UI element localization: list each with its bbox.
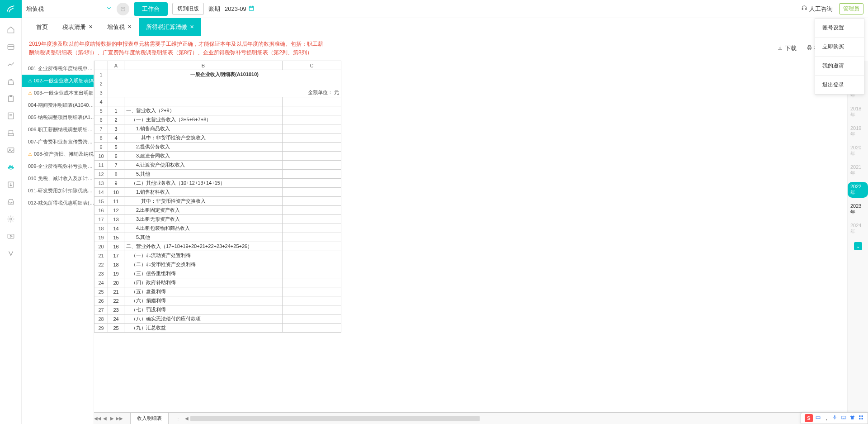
ime-keyboard-icon[interactable] [840, 414, 847, 422]
form-list-item[interactable]: 007-广告费和业务宣传费跨… [22, 136, 94, 148]
form-list-item[interactable]: 011-研发费用加计扣除优惠… [22, 185, 94, 197]
download-button[interactable]: 下载 [777, 44, 797, 52]
period-label: 账期 [208, 5, 220, 13]
close-icon[interactable]: ✕ [127, 24, 132, 30]
export-icon[interactable] [6, 180, 15, 189]
amount-cell[interactable] [283, 206, 341, 215]
form-list-item[interactable]: 009-企业所得税弥补亏损明… [22, 160, 94, 172]
amount-cell[interactable] [283, 242, 341, 251]
amount-cell[interactable] [283, 115, 341, 124]
sheet-tab[interactable]: 收入明细表 [130, 413, 169, 424]
amount-cell[interactable] [283, 233, 341, 242]
module-dropdown[interactable]: 增值税 [26, 5, 112, 13]
sheet-nav-prev[interactable]: ◀ [101, 416, 108, 421]
amount-cell[interactable] [283, 278, 341, 287]
user-menu-item[interactable]: 账号设置 [815, 19, 864, 38]
ime-mic-icon[interactable] [832, 414, 838, 422]
ime-grid-icon[interactable] [858, 414, 864, 422]
image-icon[interactable] [6, 146, 15, 155]
amount-cell[interactable] [283, 124, 341, 133]
spreadsheet[interactable]: ABC1一般企业收入明细表(A101010)2 3金额单位： 元4行次项 目金 … [94, 61, 847, 412]
close-icon[interactable]: ✕ [190, 24, 194, 30]
period-picker[interactable]: 2023-09 [225, 5, 255, 13]
amount-cell[interactable] [283, 161, 341, 170]
ime-toolbar[interactable]: S 中 ， [801, 412, 868, 424]
amount-cell[interactable] [283, 296, 341, 305]
switch-old-button[interactable]: 切到旧版 [172, 3, 204, 15]
video-icon[interactable] [6, 232, 15, 241]
inbox-icon[interactable] [6, 197, 15, 206]
close-icon[interactable]: ✕ [89, 24, 93, 30]
amount-cell[interactable] [283, 179, 341, 188]
bowl-icon[interactable] [6, 163, 15, 172]
app-logo[interactable] [0, 0, 22, 18]
form-list-item[interactable]: ⚠008-资产折旧、摊销及纳税… [22, 148, 94, 160]
year-item[interactable]: 2019年 [848, 124, 868, 139]
user-menu-item[interactable]: 我的邀请 [815, 57, 864, 76]
download-icon [777, 45, 783, 52]
form-list-item[interactable]: 005-纳税调整项目明细表(A1… [22, 111, 94, 124]
amount-cell[interactable] [283, 215, 341, 224]
hscroll-left[interactable]: ◀ [183, 416, 190, 421]
year-item[interactable]: 2020年 [848, 143, 868, 159]
year-more-icon[interactable]: ⌄ [854, 242, 862, 250]
chart-icon[interactable] [6, 60, 15, 69]
card-icon[interactable] [6, 43, 15, 52]
user-menu-item[interactable]: 立即购买 [815, 38, 864, 57]
warning-text: 2019年度涉及取以前年度结转数据的申报表单元格需要手工维护正确，才能保证本年及… [29, 40, 327, 57]
form-list-item[interactable]: 004-期间费用明细表(A1040… [22, 99, 94, 111]
ime-punct[interactable]: ， [824, 414, 829, 422]
sheet-nav-last[interactable]: ▶▶ [116, 416, 123, 421]
year-item[interactable]: 2024年 [848, 221, 868, 237]
tab[interactable]: 所得税汇算清缴✕ [139, 18, 201, 36]
ime-lang[interactable]: 中 [816, 414, 821, 422]
amount-cell[interactable] [283, 152, 341, 161]
consult-button[interactable]: 人工咨询 [801, 5, 833, 13]
year-item[interactable]: 2021年 [848, 162, 868, 178]
amount-cell[interactable] [283, 224, 341, 233]
workspace-button[interactable]: 工作台 [134, 2, 168, 16]
form-icon[interactable] [6, 111, 15, 120]
amount-cell[interactable] [283, 269, 341, 278]
amount-cell[interactable] [283, 170, 341, 179]
form-list-item[interactable]: 006-职工薪酬纳税调整明细… [22, 124, 94, 136]
amount-cell[interactable] [283, 133, 341, 143]
amount-cell[interactable] [283, 197, 341, 206]
top-bar: 增值税 工作台 切到旧版 账期 2023-09 人工咨询 管理员 [22, 0, 868, 18]
year-item[interactable]: 2023年 [848, 201, 868, 217]
amount-cell[interactable] [283, 324, 341, 333]
svg-rect-26 [808, 48, 810, 50]
bag-icon[interactable] [6, 77, 15, 86]
stamp-icon[interactable] [6, 129, 15, 138]
sheet-nav-next[interactable]: ▶ [108, 416, 116, 421]
svg-rect-7 [9, 130, 13, 134]
svg-rect-33 [859, 415, 860, 417]
year-item[interactable]: 2018年 [848, 104, 868, 120]
amount-cell[interactable] [283, 143, 341, 152]
amount-cell[interactable] [283, 251, 341, 260]
amount-cell[interactable] [283, 314, 341, 324]
amount-cell[interactable] [283, 305, 341, 314]
hscroll-bar[interactable] [190, 416, 840, 421]
gear-icon[interactable] [6, 214, 15, 224]
amount-cell[interactable] [283, 188, 341, 197]
amount-cell[interactable] [283, 106, 341, 115]
form-list-item[interactable]: 010-免税、减计收入及加计… [22, 172, 94, 185]
form-list-item[interactable]: ⚠003-一般企业成本支出明细… [22, 87, 94, 99]
year-item[interactable]: 2022年 [848, 182, 868, 198]
form-list-item[interactable]: ⚠002-一般企业收入明细表(A1… [22, 75, 94, 87]
amount-cell[interactable] [283, 287, 341, 296]
v-icon[interactable] [6, 249, 15, 258]
tab[interactable]: 增值税✕ [100, 18, 139, 36]
ime-shirt-icon[interactable] [849, 414, 855, 422]
sheet-nav-first[interactable]: ◀◀ [94, 416, 101, 421]
clipboard-icon[interactable] [6, 94, 15, 103]
user-menu-item[interactable]: 退出登录 [815, 76, 864, 94]
tab[interactable]: 首页 [29, 18, 55, 36]
tab[interactable]: 税表清册✕ [55, 18, 100, 36]
form-list-item[interactable]: 012-减免所得税优惠明细表(… [22, 197, 94, 209]
amount-cell[interactable] [283, 260, 341, 269]
admin-button[interactable]: 管理员 [839, 3, 863, 14]
form-list-item[interactable]: 001-企业所得税年度纳税申… [22, 62, 94, 75]
home-icon[interactable] [6, 25, 15, 34]
